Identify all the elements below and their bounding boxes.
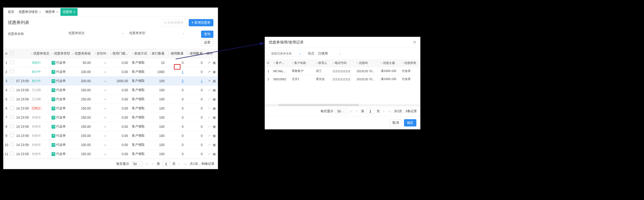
table-row[interactable]: 7 14 23:59 待发布 代代金券 150.00 -- 0.00 客户领取 … [3,113,218,122]
close-icon[interactable]: ✕ [73,10,75,13]
col-used[interactable]: ⇅使用数量 [186,49,205,58]
claimed-link[interactable]: 3 [182,79,184,83]
tab-coupon[interactable]: 优惠券✕ [60,8,78,16]
col-topic[interactable]: ⇅优惠主题 [379,59,400,67]
qr-icon[interactable]: ▣ [213,106,216,110]
external-icon[interactable]: ↗ [208,115,210,119]
first-page-icon[interactable]: |< [349,110,353,113]
per-page-select[interactable]: 50⌄ [336,109,347,114]
col-discount[interactable]: ⇅折扣% [93,49,109,58]
external-icon[interactable]: ↗ [208,70,210,74]
filter-name-input[interactable] [26,31,63,37]
row-checkbox[interactable] [10,152,14,155]
row-checkbox[interactable] [10,106,14,110]
table-row[interactable]: 1 待执行 代代金券 50.00 -- 0.00 客户领取 10 0 0 ↗▣ [3,58,218,67]
col-type[interactable]: ⇅优惠券类型 [50,49,71,58]
row-checkbox[interactable] [10,97,14,101]
row-checkbox[interactable] [10,60,14,64]
qr-icon[interactable]: ▣ [213,70,216,74]
search-icon[interactable]: ⌕ [299,52,301,55]
gear-icon[interactable]: ⚙ [267,61,270,64]
col-face[interactable]: ⇅优惠券面值 [71,49,93,58]
row-checkbox[interactable] [10,143,14,146]
table-row[interactable]: 1 RETAIL... 零散客户 张三 11111111111 2019120 … [265,67,420,75]
row-checkbox[interactable] [10,79,14,82]
row-checkbox[interactable] [10,115,14,119]
table-row[interactable]: 5 14 23:59 已过期 代代金券 150.00 -- 0.00 客户领取 … [3,95,218,104]
query-button[interactable]: 查询 [201,31,213,38]
last-page-icon[interactable]: >| [183,162,188,166]
tab-detail[interactable]: 优惠券详情页✕ [16,8,43,16]
tab-sales[interactable]: 销货单✕ [43,8,60,16]
qr-icon[interactable]: ▣ [213,115,216,119]
prev-page-icon[interactable]: < [355,110,359,113]
table-row[interactable]: 6 14 23:59 已终止 代代金券 150.00 -- 0.00 客户领取 … [3,104,218,113]
table-row[interactable]: 10 14 23:59 待发布 代代金券 150.00 -- 0.00 客户领取… [3,140,218,150]
qr-icon[interactable]: ▣ [213,88,216,92]
col-cust-no[interactable]: ⇅客户... [272,59,290,67]
col-cust-name[interactable]: ⇅客户名称 [290,59,314,67]
external-icon[interactable]: ↗ [208,106,210,110]
table-row[interactable]: 8 14 23:59 待发布 代代金券 150.00 -- 0.00 客户领取 … [3,122,218,131]
col-issued[interactable]: ⇅发行数量 [148,49,167,58]
modal-search[interactable]: ⌕ [269,50,304,56]
last-page-icon[interactable]: >| [388,110,392,113]
search-input[interactable] [271,52,299,55]
confirm-button[interactable]: 确定 [404,119,416,126]
qr-icon[interactable]: ▣ [213,152,216,156]
external-icon[interactable]: ↗ [208,152,210,156]
next-page-icon[interactable]: > [382,110,385,113]
table-row[interactable]: 4 14 23:59 已过期 代代金券 150.00 -- 0.00 客户领取 … [3,86,218,95]
row-checkbox[interactable] [10,88,14,92]
row-checkbox[interactable] [10,124,14,128]
external-icon[interactable]: ↗ [208,61,210,65]
table-row[interactable]: 9 14 23:59 待发布 代代金券 150.00 -- 0.00 客户领取 … [3,131,218,140]
table-row[interactable]: 2 执行中 代代金券 100.00 -- 0.00 客户领取 1000 1 0 … [3,67,218,77]
external-icon[interactable]: ↗ [208,125,210,129]
col-method[interactable]: ⇅发放方式 [131,49,148,58]
qr-icon[interactable]: ▣ [213,134,216,138]
col-code[interactable]: ⇅优惠码 [355,59,379,67]
col-kind[interactable]: ⇅优惠券类 [400,59,420,67]
col-status[interactable]: ⇅优惠券状态 [30,49,50,58]
filter-type-select[interactable]: ⌄ [147,31,184,36]
settings-button[interactable]: 设置 [201,39,213,46]
external-icon[interactable]: ↗ [208,97,210,101]
gear-icon[interactable]: ⚙ [5,52,8,56]
table-row[interactable]: 11 14 23:59 待发布 代代金券 150.00 -- 0.00 客户领取… [3,150,218,159]
table-row[interactable]: 2 00010001 北京1 唐先生 11111111111 2019120 7… [265,75,420,82]
col-contact[interactable]: ⇅联系人 [314,59,331,67]
cancel-button[interactable]: 取消 [390,119,402,126]
checkbox-all[interactable] [10,51,14,55]
close-icon[interactable]: ✕ [39,10,41,13]
col-claimed[interactable]: ⇅领用数量 [167,49,186,58]
page-input[interactable] [366,108,374,114]
new-coupon-button[interactable]: + 新增优惠券 [189,19,213,26]
external-icon[interactable]: ↗ [208,79,210,83]
external-icon[interactable]: ↗ [208,143,210,147]
close-icon[interactable]: ✕ [413,40,416,45]
per-page-select[interactable]: 50⌄ [131,161,142,167]
external-icon[interactable]: ↗ [208,134,210,138]
qr-icon[interactable]: ▣ [213,61,216,65]
page-input[interactable] [162,161,170,167]
table-row[interactable]: 3 07 23:59 执行中 代代金券 200.00 -- 1000.00 客户… [3,77,218,86]
claimed-link[interactable]: 1 [182,70,184,74]
qr-icon[interactable]: ▣ [213,125,216,129]
external-icon[interactable]: ↗ [208,88,210,92]
col-phone[interactable]: ⇅电话号码 [331,59,355,67]
qr-icon[interactable]: ▣ [213,79,216,83]
col-threshold[interactable]: ⇅使用门槛... [109,49,131,58]
qr-icon[interactable]: ▣ [213,143,216,147]
issue-coupon-button[interactable]: ✉发放优惠券 [161,19,187,26]
close-icon[interactable]: ✕ [56,10,58,13]
qr-icon[interactable]: ▣ [213,97,216,101]
row-checkbox[interactable] [10,70,14,73]
horizontal-scrollbar[interactable] [265,104,420,106]
prev-page-icon[interactable]: < [151,162,155,166]
row-checkbox[interactable] [10,133,14,137]
tab-home[interactable]: 首页 [6,8,16,16]
used-link[interactable]: 1 [201,79,203,83]
filter-status-select[interactable]: ⌄ [86,31,124,36]
next-page-icon[interactable]: > [178,162,181,166]
